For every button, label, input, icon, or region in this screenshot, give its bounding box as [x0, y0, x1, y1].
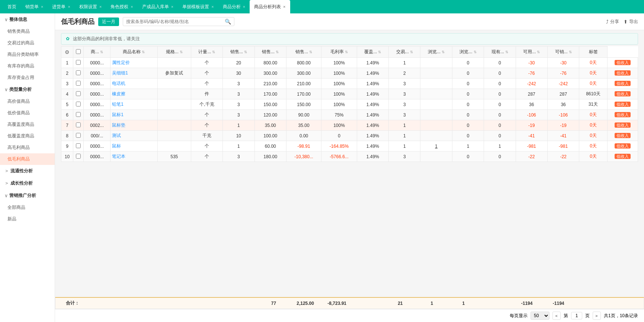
row-select-checkbox[interactable] — [76, 81, 81, 86]
row-select-checkbox[interactable] — [76, 102, 81, 106]
nav-purchase-order[interactable]: 进货单 × — [48, 0, 74, 13]
row-select-checkbox[interactable] — [76, 154, 81, 159]
sidebar-group-type-analysis[interactable]: ∨ 类型量分析 — [0, 83, 55, 96]
total-sales-qty: 77 — [258, 301, 289, 306]
row-checkbox[interactable] — [73, 89, 84, 99]
row-name[interactable]: 橡皮擦 — [110, 89, 157, 99]
row-select-checkbox[interactable] — [76, 122, 81, 127]
nav-sales-order[interactable]: 销货单 × — [21, 0, 48, 13]
next-page-button[interactable]: ＞ — [593, 312, 601, 320]
share-button[interactable]: ⤴ 分享 — [606, 19, 619, 25]
sidebar-item-low-margin[interactable]: 低毛利商品 — [0, 153, 55, 165]
row-select-checkbox[interactable] — [76, 70, 81, 75]
row-checkbox[interactable] — [73, 58, 84, 68]
sidebar-group-growth[interactable]: ＞ 成长性分析 — [0, 177, 55, 189]
row-checkbox[interactable] — [73, 131, 84, 141]
row-name[interactable]: 吴细细1 — [110, 68, 157, 79]
nav-product-stock[interactable]: 产成品入库单 × — [138, 0, 178, 13]
row-transactions[interactable] — [420, 110, 452, 120]
row-select-checkbox[interactable] — [76, 143, 81, 148]
nav-product-analysis-list[interactable]: 商品分析列表 × — [250, 0, 290, 13]
sidebar-item-category-rate[interactable]: 商品分类助销率 — [0, 49, 55, 60]
sidebar-item-low-value[interactable]: 低价值商品 — [0, 107, 55, 119]
sidebar-item-new-goods[interactable]: 新品 — [0, 213, 55, 225]
sidebar-group-marketing[interactable]: ∨ 营销推广分析 — [0, 189, 55, 202]
row-name[interactable]: 笔记本 — [110, 152, 157, 162]
select-all-checkbox[interactable] — [76, 49, 81, 54]
row-name[interactable]: 鼠标 — [110, 141, 157, 152]
close-icon[interactable]: × — [41, 4, 43, 9]
sidebar-item-high-value[interactable]: 高价值商品 — [0, 96, 55, 107]
prev-page-button[interactable]: ＜ — [552, 312, 561, 320]
page-size-select[interactable]: 50 100 200 — [531, 312, 550, 320]
search-box[interactable]: 🔍 — [123, 17, 234, 26]
page-number-input[interactable] — [571, 312, 582, 319]
row-checkbox[interactable] — [73, 141, 84, 152]
row-sales-amount: 120.00 — [254, 110, 286, 120]
row-available: -76 — [547, 68, 579, 79]
row-checkbox[interactable] — [73, 79, 84, 89]
sidebar-item-stock-capital[interactable]: 库存资金占用 — [0, 72, 55, 83]
close-icon[interactable]: × — [243, 4, 245, 9]
page-unit: 页 — [585, 313, 590, 319]
row-transactions[interactable] — [420, 79, 452, 89]
row-checkbox[interactable] — [73, 110, 84, 120]
search-icon[interactable]: 🔍 — [225, 19, 231, 25]
sidebar-item-sales-goods[interactable]: 销售类商品 — [0, 26, 55, 37]
nav-role-auth[interactable]: 角色授权 × — [106, 0, 137, 13]
export-button[interactable]: ⬆ 导出 — [624, 19, 638, 25]
close-icon[interactable]: × — [68, 4, 70, 9]
close-icon[interactable]: × — [99, 4, 102, 9]
sidebar-item-all-goods[interactable]: 全部商品 — [0, 202, 55, 213]
row-transactions[interactable] — [420, 89, 452, 99]
row-name[interactable]: 鼠标垫 — [110, 120, 157, 131]
row-name[interactable]: 铅笔1 — [110, 99, 157, 110]
close-icon[interactable]: × — [283, 4, 285, 9]
row-stock: -22 — [516, 152, 547, 162]
row-tag: 低收入 — [607, 131, 638, 141]
row-select-checkbox[interactable] — [76, 60, 81, 65]
row-coverage: 3 — [389, 79, 420, 89]
row-select-checkbox[interactable] — [76, 112, 81, 117]
sidebar-group-liquidity[interactable]: ＞ 流通性分析 — [0, 165, 55, 177]
nav-template-settings[interactable]: 单据模板设置 × — [178, 0, 218, 13]
nav-home[interactable]: 首页 — [3, 0, 21, 13]
row-name[interactable]: 电话机 — [110, 79, 157, 89]
sidebar-item-high-coverage[interactable]: 高覆盖度商品 — [0, 119, 55, 130]
close-icon[interactable]: × — [131, 4, 133, 9]
col-settings[interactable]: ⚙ — [61, 47, 73, 58]
settings-icon-button[interactable]: ⚙ — [65, 49, 70, 55]
row-select-checkbox[interactable] — [76, 133, 81, 138]
row-transactions[interactable] — [420, 99, 452, 110]
row-sales-qty: 3 — [223, 79, 254, 89]
sidebar-group-overall[interactable]: ∨ 整体信息 — [0, 13, 55, 26]
row-transactions[interactable] — [420, 131, 452, 141]
sidebar-item-stocked-goods[interactable]: 有库存的商品 — [0, 60, 55, 72]
row-transactions[interactable] — [420, 68, 452, 79]
row-name[interactable]: 测试 — [110, 131, 157, 141]
close-icon[interactable]: × — [171, 4, 173, 9]
row-transactions[interactable]: 1 — [420, 141, 452, 152]
close-icon[interactable]: × — [211, 4, 214, 9]
nav-product-analysis[interactable]: 商品分析 × — [218, 0, 250, 13]
row-transactions[interactable] — [420, 152, 452, 162]
sidebar-item-low-coverage[interactable]: 低覆盖度商品 — [0, 130, 55, 142]
nav-permissions[interactable]: 权限设置 × — [75, 0, 106, 13]
row-transactions[interactable] — [420, 58, 452, 68]
row-checkbox[interactable] — [73, 120, 84, 131]
row-select-checkbox[interactable] — [76, 91, 81, 96]
row-name[interactable]: 属性定价 — [110, 58, 157, 68]
search-input[interactable] — [126, 19, 225, 24]
sort-icon: ⇅ — [442, 50, 445, 54]
row-checkbox[interactable] — [73, 68, 84, 79]
sidebar-item-traded-goods[interactable]: 交易过的商品 — [0, 37, 55, 49]
row-sales-qty: 30 — [223, 68, 254, 79]
period-button[interactable]: 近一月 — [98, 17, 119, 26]
col-checkbox[interactable] — [73, 47, 84, 58]
row-checkbox[interactable] — [73, 99, 84, 110]
row-name[interactable]: 鼠标1 — [110, 110, 157, 120]
row-checkbox[interactable] — [73, 152, 84, 162]
table-row: 10 0000... 笔记本 535 个 3 180.00 -10,380...… — [61, 152, 638, 162]
sidebar-item-high-margin[interactable]: 高毛利商品 — [0, 142, 55, 153]
row-transactions[interactable] — [420, 120, 452, 131]
